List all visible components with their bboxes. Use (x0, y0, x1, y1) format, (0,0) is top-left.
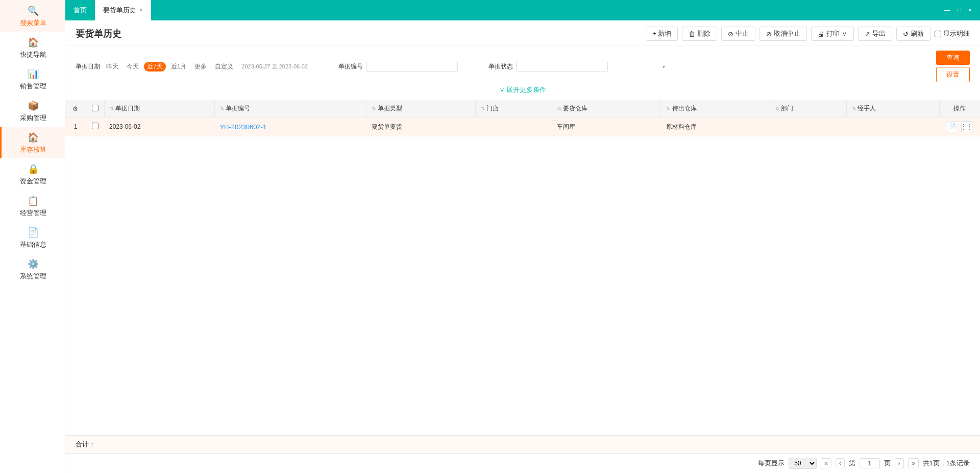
col-operations: 操作 (939, 100, 980, 117)
display-detail-checkbox[interactable] (935, 31, 941, 37)
col-store: ⇅ 门店 (475, 100, 552, 117)
print-button-label: 打印 ∨ (826, 29, 847, 38)
sidebar-label-search-menu: 搜索菜单 (20, 18, 46, 28)
row-bill-date-0: 2023-06-02 (104, 117, 214, 136)
print-button[interactable]: 🖨 打印 ∨ (811, 27, 854, 41)
bill-status-label: 单据状态 (488, 62, 513, 71)
sidebar-item-basic-info[interactable]: 📄 基础信息 (0, 222, 65, 253)
sidebar-item-capital-mgmt[interactable]: 🔒 资金管理 (0, 158, 65, 190)
maximize-button[interactable]: □ (958, 7, 961, 14)
sidebar-item-inventory-calc[interactable]: 🏠 库存核算 (0, 127, 65, 158)
first-page-button[interactable]: « (821, 458, 831, 468)
row-bill-no-0[interactable]: YH-20230602-1 (214, 117, 366, 136)
sidebar-label-inventory-calc: 库存核算 (20, 145, 46, 154)
query-buttons: 查询 设置 (936, 51, 970, 82)
row-select-checkbox-0[interactable] (92, 123, 99, 129)
refresh-button-label: 刷新 (911, 29, 924, 38)
cancel-stop-button[interactable]: ⊘ 取消中止 (760, 27, 807, 41)
sidebar-item-purchase-mgmt[interactable]: 📦 采购管理 (0, 95, 65, 127)
delete-button-label: 删除 (697, 29, 710, 38)
col-handler: ⇅ 经手人 (846, 100, 939, 117)
row-department-0 (770, 117, 846, 136)
table-row: 1 2023-06-02 YH-20230602-1 要货单要货 车间库 原材料… (65, 117, 980, 136)
active-tab[interactable]: 要货单历史 × (95, 0, 151, 20)
row-bill-no-link-0[interactable]: YH-20230602-1 (219, 123, 266, 131)
main-area: 首页 要货单历史 × — □ × 要货单历史 + 新增 🗑 删除 (65, 0, 980, 473)
stop-button[interactable]: ⊘ 中止 (721, 27, 755, 41)
query-button[interactable]: 查询 (936, 51, 970, 65)
page-size-select[interactable]: 50 100 (789, 458, 817, 469)
date-filter: 单据日期 昨天 今天 近7天 近1月 更多 自定义 2023-05-27 至 2… (76, 62, 308, 72)
table-header-row: ⚙ ⇅ 单据日期 ⇅ 单据编号 ⇅ 单据类型 ⇅ 门店 ⇅ 要货仓库 ⇅ 待出仓… (65, 100, 980, 117)
total-info: 共1页，1条记录 (923, 459, 970, 468)
bill-no-input[interactable] (366, 61, 458, 72)
sidebar-item-search-menu[interactable]: 🔍 搜索菜单 (0, 0, 65, 32)
display-detail-toggle[interactable]: 显示明细 (935, 29, 970, 38)
active-tab-label: 要货单历史 (103, 6, 136, 15)
col-req-warehouse: ⇅ 要货仓库 (552, 100, 661, 117)
sidebar-item-system-mgmt[interactable]: ⚙️ 系统管理 (0, 253, 65, 285)
row-pending-warehouse-0: 原材料仓库 (661, 117, 770, 136)
page-suffix: 页 (884, 459, 891, 468)
sidebar-item-operations-mgmt[interactable]: 📋 经营管理 (0, 190, 65, 222)
sidebar-label-quick-nav: 快捷导航 (20, 50, 46, 59)
footer-bar: 合计： (65, 435, 980, 453)
date-range-display: 2023-05-27 至 2023-06-02 (241, 63, 308, 70)
export-button[interactable]: ↗ 导出 (858, 27, 892, 41)
delete-icon: 🗑 (689, 30, 695, 38)
sidebar-item-sales-mgmt[interactable]: 📊 销售管理 (0, 63, 65, 95)
op-edit-0[interactable]: 📄 (947, 121, 958, 132)
sidebar: 🔍 搜索菜单 🏠 快捷导航 📊 销售管理 📦 采购管理 🏠 库存核算 🔒 资金管… (0, 0, 65, 473)
sidebar-label-system-mgmt: 系统管理 (20, 272, 46, 281)
filter-row: 单据日期 昨天 今天 近7天 近1月 更多 自定义 2023-05-27 至 2… (76, 51, 970, 82)
bill-status-select[interactable] (516, 61, 608, 72)
date-pill-custom[interactable]: 自定义 (212, 62, 236, 72)
date-pill-yesterday[interactable]: 昨天 (103, 62, 121, 72)
prev-page-button[interactable]: ‹ (836, 458, 845, 468)
current-page-input[interactable] (860, 458, 880, 468)
sidebar-label-capital-mgmt: 资金管理 (20, 177, 46, 186)
new-button[interactable]: + 新增 (646, 27, 678, 41)
table-wrapper: ⚙ ⇅ 单据日期 ⇅ 单据编号 ⇅ 单据类型 ⇅ 门店 ⇅ 要货仓库 ⇅ 待出仓… (65, 100, 980, 435)
row-checkbox-0[interactable] (86, 117, 104, 136)
delete-button[interactable]: 🗑 删除 (682, 27, 717, 41)
export-icon: ↗ (865, 30, 870, 38)
date-pill-today[interactable]: 今天 (124, 62, 142, 72)
last-page-button[interactable]: » (908, 458, 919, 468)
refresh-icon: ↺ (903, 30, 909, 38)
date-pill-last1month[interactable]: 近1月 (168, 62, 190, 72)
col-settings: ⚙ (65, 100, 86, 117)
row-bill-type-0: 要货单要货 (366, 117, 476, 136)
sidebar-label-purchase-mgmt: 采购管理 (20, 113, 46, 123)
sidebar-icon-search-menu: 🔍 (28, 5, 39, 16)
close-tab-icon[interactable]: × (139, 7, 143, 14)
close-window-button[interactable]: × (968, 7, 972, 14)
cancel-stop-icon: ⊘ (766, 30, 772, 38)
row-ops-0: 📄 ⋮⋮ (939, 117, 980, 136)
page-header: 要货单历史 + 新增 🗑 删除 ⊘ 中止 ⊘ 取消中止 🖨 (65, 20, 980, 45)
settings-button[interactable]: 设置 (936, 67, 970, 82)
minimize-button[interactable]: — (944, 7, 950, 14)
row-handler-0 (846, 117, 939, 136)
next-page-button[interactable]: › (895, 458, 904, 468)
home-tab[interactable]: 首页 (65, 0, 95, 20)
date-pill-last7days[interactable]: 近7天 (144, 62, 166, 72)
col-pending-warehouse: ⇅ 待出仓库 (661, 100, 770, 117)
sidebar-icon-capital-mgmt: 🔒 (28, 163, 39, 175)
date-pill-more[interactable]: 更多 (191, 62, 210, 72)
expand-more-button[interactable]: ∨ 展开更多条件 (76, 85, 970, 94)
col-checkbox (86, 100, 104, 117)
data-table: ⚙ ⇅ 单据日期 ⇅ 单据编号 ⇅ 单据类型 ⇅ 门店 ⇅ 要货仓库 ⇅ 待出仓… (65, 100, 980, 136)
topbar: 首页 要货单历史 × — □ × (65, 0, 980, 20)
sidebar-label-basic-info: 基础信息 (20, 240, 46, 249)
select-all-checkbox[interactable] (92, 105, 99, 111)
col-bill-date: ⇅ 单据日期 (104, 100, 214, 117)
sidebar-icon-purchase-mgmt: 📦 (28, 100, 39, 111)
window-actions: — □ × (944, 7, 980, 14)
page-label: 第 (849, 459, 855, 468)
sidebar-item-quick-nav[interactable]: 🏠 快捷导航 (0, 32, 65, 63)
sidebar-icon-system-mgmt: ⚙️ (28, 258, 39, 270)
op-more-0[interactable]: ⋮⋮ (961, 121, 972, 132)
page-title: 要货单历史 (76, 28, 121, 40)
refresh-button[interactable]: ↺ 刷新 (896, 27, 930, 41)
